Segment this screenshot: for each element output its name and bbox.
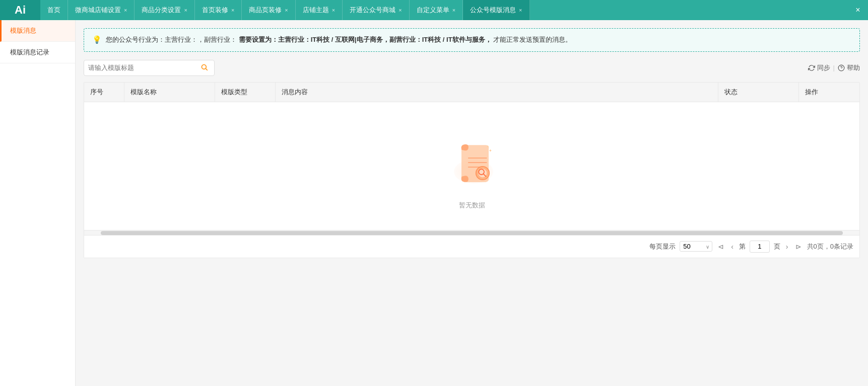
first-page-button[interactable]: ⊲ [716,243,725,251]
col-name: 模版名称 [124,83,215,102]
col-action: 操作 [799,83,859,102]
col-status: 状态 [718,83,799,102]
empty-document-icon: ✦ ✦ [442,132,502,193]
page-size-select-wrap: 50 10 20 100 [680,241,712,252]
nav-tab-home[interactable]: 首页 [40,0,68,20]
notice-highlight: 需要设置为：主营行业：IT科技 / 互联网|电子商务，副营行业：IT科技 / I… [239,36,492,43]
search-bar: 同步 | 帮助 [84,60,860,76]
pagination: 每页显示 50 10 20 100 ⊲ ‹ 第 页 › ⊳ 共0页，0条记录 [84,235,859,258]
nav-tab-category[interactable]: 商品分类设置× [135,0,194,20]
sidebar: 模版消息模版消息记录 [0,20,76,386]
search-input[interactable] [88,64,198,71]
next-page-button[interactable]: › [784,243,790,251]
page-size-label: 每页显示 [649,242,676,251]
table-header: 序号 模版名称 模版类型 消息内容 状态 操作 [84,83,859,102]
nav-tab-custom-menu[interactable]: 自定义菜单× [410,0,463,20]
last-page-button[interactable]: ⊳ [794,243,803,251]
page-unit: 页 [774,242,780,251]
nav-tab-product-dec[interactable]: 商品页装修× [242,0,295,20]
notice-box: 💡 您的公众号行业为：主营行业：，副营行业： 需要设置为：主营行业：IT科技 /… [84,28,860,52]
page-size-select[interactable]: 50 10 20 100 [680,241,712,252]
page-label: 第 [739,242,746,251]
empty-text: 暂无数据 [459,201,485,210]
search-button[interactable] [198,63,210,72]
empty-state: ✦ ✦ 暂无数据 [84,102,859,230]
close-tab-wechat-shop[interactable]: × [124,7,127,13]
col-index: 序号 [84,83,124,102]
page-total: 共0页，0条记录 [807,242,853,251]
notice-prefix: 您的公众号行业为：主营行业：，副营行业： [106,36,237,43]
table-scrollbar[interactable] [84,230,859,235]
prev-page-button[interactable]: ‹ [729,243,735,251]
sync-label: 同步 [817,63,830,72]
svg-line-1 [206,68,207,70]
col-type: 模版类型 [215,83,276,102]
content-area: 💡 您的公众号行业为：主营行业：，副营行业： 需要设置为：主营行业：IT科技 /… [76,20,868,386]
nav-tab-template-msg[interactable]: 公众号模版消息× [463,0,529,20]
svg-text:✦: ✦ [489,148,492,153]
toolbar-divider: | [833,64,835,71]
page-input[interactable] [750,241,770,253]
sync-button[interactable]: 同步 [808,63,830,72]
main-layout: 模版消息模版消息记录 💡 您的公众号行业为：主营行业：，副营行业： 需要设置为：… [0,20,868,386]
close-tab-theme[interactable]: × [332,7,335,13]
svg-point-0 [202,64,207,69]
close-tab-open-mall[interactable]: × [398,7,402,13]
sidebar-item-template-record[interactable]: 模版消息记录 [0,42,75,63]
close-tab-homepage-dec[interactable]: × [231,7,234,13]
search-input-wrap [84,60,215,76]
help-button[interactable]: 帮助 [838,63,860,72]
nav-tab-homepage-dec[interactable]: 首页装修× [195,0,242,20]
close-all-button[interactable]: × [848,0,868,20]
app-logo: Ai [0,0,40,20]
data-table: 序号 模版名称 模版类型 消息内容 状态 操作 [84,82,860,258]
notice-icon: 💡 [92,35,102,44]
notice-text: 您的公众号行业为：主营行业：，副营行业： 需要设置为：主营行业：IT科技 / 互… [106,35,572,45]
close-tab-custom-menu[interactable]: × [452,7,455,13]
nav-tab-wechat-shop[interactable]: 微商城店铺设置× [68,0,135,20]
col-content: 消息内容 [276,83,718,102]
nav-tabs: 首页微商城店铺设置×商品分类设置×首页装修×商品页装修×店铺主题×开通公众号商城… [40,0,848,20]
help-label: 帮助 [847,63,860,72]
svg-text:✦: ✦ [486,145,489,148]
close-tab-product-dec[interactable]: × [285,7,288,13]
top-nav: Ai 首页微商城店铺设置×商品分类设置×首页装修×商品页装修×店铺主题×开通公众… [0,0,868,20]
sidebar-item-template[interactable]: 模版消息 [0,20,75,42]
toolbar-right: 同步 | 帮助 [808,63,860,72]
notice-suffix: 才能正常发送预置的消息。 [493,36,572,43]
close-tab-template-msg[interactable]: × [519,7,522,13]
nav-tab-open-mall[interactable]: 开通公众号商城× [343,0,409,20]
nav-tab-theme[interactable]: 店铺主题× [296,0,343,20]
close-tab-category[interactable]: × [184,7,187,13]
